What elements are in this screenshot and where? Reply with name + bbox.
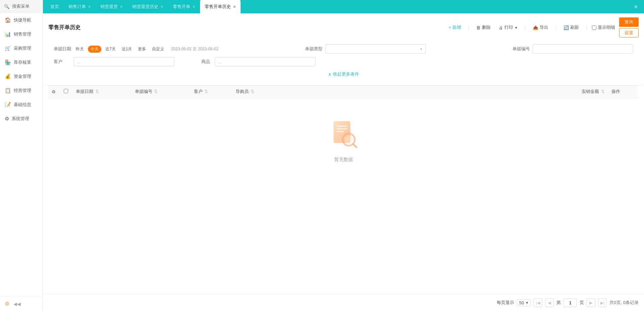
type-filter-select[interactable]: ▼ bbox=[325, 44, 426, 54]
sidebar-item-finance[interactable]: 💰 资金管理 bbox=[0, 69, 43, 84]
print-arrow-icon: ▼ bbox=[514, 26, 518, 30]
col-customer-sort: ⇅ bbox=[204, 89, 208, 94]
date-btn-custom[interactable]: 自定义 bbox=[150, 46, 166, 53]
goods-filter-input[interactable]: ... bbox=[215, 57, 315, 66]
tab-retail-open[interactable]: 零售开单 ✕ bbox=[168, 0, 200, 13]
col-customer[interactable]: 客户 ⇅ bbox=[191, 86, 232, 98]
delete-icon: 🗑 bbox=[476, 25, 481, 30]
col-action: 操作 bbox=[608, 86, 639, 98]
tab-sales-return[interactable]: 销货退货 ✕ bbox=[96, 0, 128, 13]
date-range-display: 2023-06-02 至 2023-06-02 bbox=[171, 46, 218, 52]
col-amount-label: 实销金额 bbox=[582, 89, 599, 94]
display-detail-input[interactable] bbox=[592, 25, 596, 30]
tab-sales-order-close[interactable]: ✕ bbox=[88, 5, 91, 9]
tab-sales-order[interactable]: 销售订单 ✕ bbox=[64, 0, 96, 13]
refresh-button[interactable]: 🔄 刷新 bbox=[561, 23, 581, 32]
sidebar-item-operations[interactable]: 📋 经营管理 bbox=[0, 84, 43, 98]
query-button[interactable]: 查询 bbox=[619, 17, 639, 27]
col-spacer bbox=[283, 86, 549, 98]
select-all-checkbox[interactable] bbox=[64, 89, 68, 93]
sidebar-item-label: 销售管理 bbox=[14, 31, 31, 37]
print-icon: 🖨 bbox=[499, 25, 503, 30]
content-area: 零售开单历史 + 新增 🗑 删除 🖨 打印 ▼ 📤 bbox=[43, 13, 644, 311]
number-filter-input[interactable] bbox=[533, 44, 633, 54]
display-detail-checkbox[interactable]: 显示明细 bbox=[592, 24, 615, 31]
table-settings-col[interactable]: ⚙ bbox=[48, 86, 60, 98]
tab-retail-open-close[interactable]: ✕ bbox=[192, 5, 195, 9]
tab-retail-history-close[interactable]: ✕ bbox=[233, 5, 236, 9]
delete-button[interactable]: 🗑 删除 bbox=[474, 23, 493, 32]
sidebar-item-label: 基础信息 bbox=[14, 102, 31, 108]
customer-filter-input[interactable]: ... bbox=[74, 57, 175, 66]
type-filter-label: 单据类型 bbox=[305, 46, 325, 52]
sidebar-search[interactable]: 🔍 搜索采单 bbox=[0, 0, 43, 13]
sidebar-item-quick-nav[interactable]: 🏠 快捷导航 bbox=[0, 13, 43, 27]
table-wrapper: ⚙ 单据日期 ⇅ 单据编号 ⇅ 客户 bbox=[43, 86, 644, 294]
chart-icon: 📊 bbox=[5, 31, 11, 37]
prev-page-btn[interactable]: ◀ bbox=[545, 298, 554, 307]
sidebar-item-system-mgmt[interactable]: ⚙ 系统管理 bbox=[0, 112, 43, 126]
sidebar-item-label: 系统管理 bbox=[12, 116, 29, 122]
sidebar-item-inventory[interactable]: 🏪 库存核算 bbox=[0, 55, 43, 69]
export-button[interactable]: 📤 导出 bbox=[531, 23, 550, 32]
clipboard-icon: 📋 bbox=[5, 88, 11, 94]
tab-retail-history[interactable]: 零售开单历史 ✕ bbox=[200, 0, 241, 13]
print-button[interactable]: 🖨 打印 ▼ bbox=[497, 23, 520, 32]
per-page-label: 每页显示 bbox=[497, 300, 514, 306]
sidebar-item-label: 采购管理 bbox=[14, 45, 31, 51]
pagination: 每页显示 50 ▼ |◀ ◀ 第 页 ▶ ▶| 共0页, 0条记录 bbox=[43, 294, 644, 311]
tab-sales-return-close[interactable]: ✕ bbox=[120, 5, 123, 9]
collapse-label: 收起更多条件 bbox=[333, 71, 359, 77]
date-btn-more[interactable]: 更多 bbox=[136, 46, 148, 53]
sidebar-item-basic-info[interactable]: 📝 基础信息 bbox=[0, 98, 43, 112]
col-amount[interactable]: 实销金额 ⇅ bbox=[549, 86, 608, 98]
collapse-sidebar-icon[interactable]: ◀◀ bbox=[13, 301, 21, 307]
topnav-close-btn[interactable]: ✕ bbox=[630, 4, 641, 10]
sidebar-item-sales-mgmt[interactable]: 📊 销售管理 bbox=[0, 27, 43, 41]
col-number-label: 单据编号 bbox=[135, 89, 152, 94]
tab-sales-return-label: 销货退货 bbox=[100, 4, 118, 10]
tab-sales-return-history-close[interactable]: ✕ bbox=[160, 5, 163, 9]
tab-sales-return-history-label: 销货退货历史 bbox=[132, 4, 158, 10]
gear-icon: ⚙ bbox=[5, 116, 9, 122]
export-label: 导出 bbox=[540, 24, 548, 31]
store-icon: 🏪 bbox=[5, 59, 11, 65]
table-check-col[interactable] bbox=[60, 86, 72, 98]
setting-button[interactable]: 设置 bbox=[619, 28, 639, 38]
customer-dots: ... bbox=[77, 59, 81, 64]
col-date[interactable]: 单据日期 ⇅ bbox=[72, 86, 132, 98]
refresh-label: 刷新 bbox=[570, 24, 579, 31]
tab-sales-order-label: 销售订单 bbox=[68, 4, 86, 10]
sidebar-item-label: 库存核算 bbox=[14, 59, 31, 65]
sidebar: 🔍 搜索采单 🏠 快捷导航 📊 销售管理 🛒 采购管理 🏪 库存核算 💰 资金管… bbox=[0, 0, 43, 311]
tab-retail-history-label: 零售开单历史 bbox=[205, 4, 231, 10]
tab-home[interactable]: 首页 bbox=[46, 0, 64, 13]
sidebar-item-label: 经营管理 bbox=[14, 88, 31, 94]
date-filter-buttons: 昨天 今天 近7天 近1月 更多 自定义 2023-06-02 至 2023-0… bbox=[74, 46, 218, 53]
date-btn-yesterday[interactable]: 昨天 bbox=[74, 46, 86, 53]
tab-sales-return-history[interactable]: 销货退货历史 ✕ bbox=[128, 0, 168, 13]
add-button[interactable]: + 新增 bbox=[447, 23, 463, 32]
next-page-btn[interactable]: ▶ bbox=[587, 298, 595, 307]
settings-icon[interactable]: ⚙ bbox=[5, 301, 9, 307]
per-page-select[interactable]: 50 ▼ bbox=[517, 299, 531, 306]
col-number-sort: ⇅ bbox=[154, 89, 158, 94]
cart-icon: 🛒 bbox=[5, 45, 11, 51]
sidebar-item-purchase-mgmt[interactable]: 🛒 采购管理 bbox=[0, 41, 43, 55]
first-page-btn[interactable]: |◀ bbox=[534, 298, 542, 307]
col-customer-label: 客户 bbox=[194, 89, 203, 94]
toolbar-divider-4 bbox=[586, 25, 587, 30]
col-guide[interactable]: 导购员 ⇅ bbox=[232, 86, 283, 98]
filter-row-date: 单据日期 昨天 今天 近7天 近1月 更多 自定义 2023-06-02 至 2… bbox=[54, 44, 633, 54]
page-number-input[interactable] bbox=[563, 298, 577, 307]
print-label: 打印 bbox=[504, 24, 513, 31]
col-number[interactable]: 单据编号 ⇅ bbox=[132, 86, 191, 98]
date-btn-1month[interactable]: 近1月 bbox=[120, 46, 134, 53]
page-unit: 页 bbox=[580, 300, 584, 306]
date-btn-today[interactable]: 今天 bbox=[88, 46, 101, 53]
table-header: ⚙ 单据日期 ⇅ 单据编号 ⇅ 客户 bbox=[48, 86, 639, 98]
last-page-btn[interactable]: ▶| bbox=[598, 298, 607, 307]
goods-dots: ... bbox=[218, 59, 221, 64]
collapse-button[interactable]: ∧ 收起更多条件 bbox=[328, 70, 359, 79]
date-btn-7days[interactable]: 近7天 bbox=[103, 46, 118, 53]
